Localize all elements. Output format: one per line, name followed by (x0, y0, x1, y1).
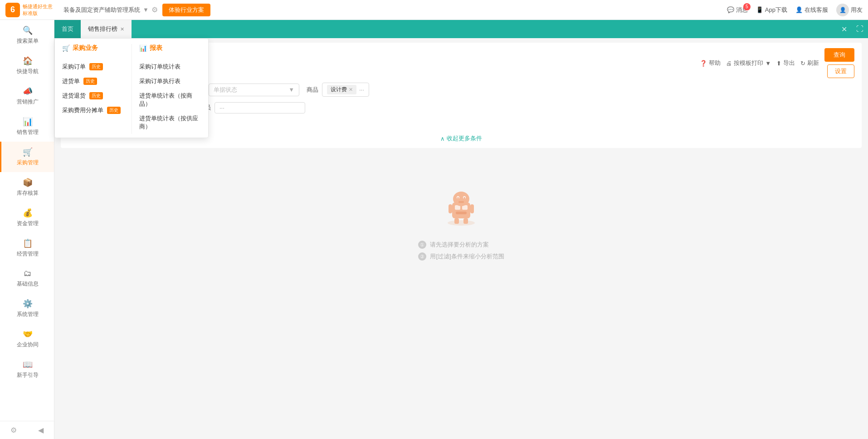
export-btn[interactable]: ⬆ 导出 (776, 59, 795, 67)
purchase-col-title: 🛒 采购业务 (62, 44, 124, 55)
sidebar-item-operations[interactable]: 📋 经营管理 (0, 233, 54, 263)
topbar-right: 💬 消息 5 📱 App下载 👤 在线客服 👤 用友 (727, 4, 863, 16)
clipboard-icon: 📋 (23, 238, 33, 248)
sidebar-item-sales[interactable]: 📊 销售管理 (0, 111, 54, 142)
doc-status-input[interactable]: 单据状态 ▼ (209, 84, 299, 96)
tabbar-expand-btn[interactable]: ⛶ (852, 25, 868, 33)
report-col-icon: 📊 (139, 44, 147, 52)
query-btn[interactable]: 查询 (824, 48, 854, 62)
logo-icon: 6 (5, 3, 20, 17)
dropdown-col-report: 📊 报表 采购订单统计表 采购订单执行表 进货单统计表（按商品） 进货单统计表（… (132, 44, 209, 134)
sidebar-item-search[interactable]: 🔍 搜索菜单 (0, 20, 54, 50)
doc-status-arrow[interactable]: ▼ (288, 86, 294, 93)
goods-filter: 商品 设计费 ✕ ··· (307, 83, 369, 97)
export-icon: ⬆ (776, 60, 781, 67)
sidebar-label-enterprise: 企业协同 (17, 341, 39, 349)
goods-dots[interactable]: ··· (359, 86, 364, 93)
industry-btn[interactable]: 体验行业方案 (162, 4, 210, 16)
logo-text: 畅捷通好生意 标准版 (23, 3, 53, 16)
report-col-title: 📊 报表 (139, 44, 201, 55)
sidebar-item-enterprise[interactable]: 🤝 企业协同 (0, 324, 54, 354)
online-service-label: 在线客服 (805, 6, 828, 14)
print-dropdown-icon[interactable]: ▼ (765, 60, 771, 67)
collapse-sidebar-icon[interactable]: ◀ (38, 426, 44, 434)
message-btn[interactable]: 💬 消息 5 (727, 6, 748, 14)
app-download-btn[interactable]: 📱 App下载 (756, 6, 787, 14)
sidebar-item-system[interactable]: ⚙️ 系统管理 (0, 293, 54, 324)
help-label: 帮助 (709, 59, 721, 67)
hint-num-1: ① (418, 241, 426, 249)
goods-tag-close[interactable]: ✕ (349, 87, 353, 93)
item-label: 进货单 (62, 77, 80, 85)
help-icon: ❓ (700, 60, 707, 67)
dropdown-item-goods-stat-by-supplier[interactable]: 进货单统计表（按供应商） (139, 111, 201, 134)
set-btn[interactable]: 设置 (827, 64, 854, 78)
help-btn[interactable]: ❓ 帮助 (700, 59, 721, 67)
salesperson-dots[interactable]: ··· (219, 104, 224, 111)
tab-sales-rank-label: 销售排行榜 (88, 25, 117, 33)
dropdown-item-goods-return[interactable]: 进货退货 历史 (62, 89, 124, 103)
sidebar-label-funds: 资金管理 (17, 220, 39, 227)
sidebar-label-inventory: 库存核算 (17, 189, 39, 197)
item-label: 进货退货 (62, 92, 86, 100)
hint-text-1: 请先选择要分析的方案 (430, 239, 489, 251)
sidebar-item-quick[interactable]: 🏠 快捷导航 (0, 50, 54, 81)
app-download-label: App下载 (765, 6, 787, 14)
search-icon: 🔍 (23, 25, 33, 35)
dropdown-col-purchase: 🛒 采购业务 采购订单 历史 进货单 历史 进货退货 历史 采购费用分摊单 历史 (55, 44, 132, 134)
hint-num-2: ② (418, 252, 426, 261)
item-label: 采购订单执行表 (139, 77, 180, 85)
title-dropdown-arrow[interactable]: ▼ (143, 6, 149, 13)
print-icon: 🖨 (726, 60, 732, 67)
history-tag-3: 历史 (107, 107, 121, 114)
purchase-col-icon: 🛒 (62, 44, 70, 52)
empty-state: ① 请先选择要分析的方案 ② 用[过滤]条件来缩小分析范围 (61, 184, 862, 262)
sidebar-item-guide[interactable]: 📖 新手引导 (0, 354, 54, 385)
dropdown-item-goods-stat-by-goods[interactable]: 进货单统计表（按商品） (139, 89, 201, 111)
settings-gear-icon[interactable]: ⚙ (151, 5, 158, 14)
dropdown-item-goods-in[interactable]: 进货单 历史 (62, 74, 124, 89)
dropdown-item-purchase-order-exec[interactable]: 采购订单执行表 (139, 74, 201, 89)
goods-input[interactable]: 设计费 ✕ ··· (322, 83, 369, 97)
handshake-icon: 🤝 (23, 329, 33, 339)
svg-point-0 (448, 220, 475, 226)
goods-tag: 设计费 ✕ (327, 85, 356, 94)
svg-rect-14 (458, 201, 464, 203)
sidebar-item-purchase[interactable]: 🛒 采购管理 (0, 142, 54, 172)
book-icon: 📖 (23, 360, 33, 370)
tabbar-close-btn[interactable]: ✕ (837, 25, 852, 34)
purchase-dropdown-menu: 🛒 采购业务 采购订单 历史 进货单 历史 进货退货 历史 采购费用分摊单 历史 (54, 38, 209, 138)
salesperson-input[interactable]: ··· (215, 102, 305, 113)
online-service-btn[interactable]: 👤 在线客服 (795, 6, 828, 14)
sidebar-item-funds[interactable]: 💰 资金管理 (0, 202, 54, 233)
svg-rect-7 (454, 218, 459, 224)
history-tag-2: 历史 (89, 92, 103, 99)
history-tag-1: 历史 (83, 78, 97, 85)
box-icon: 📦 (23, 178, 33, 187)
dropdown-item-purchase-order[interactable]: 采购订单 历史 (62, 59, 124, 74)
print-btn[interactable]: 🖨 按模板打印 ▼ (726, 59, 771, 67)
user-btn[interactable]: 👤 用友 (836, 4, 863, 16)
svg-point-9 (453, 192, 469, 206)
sidebar-item-inventory[interactable]: 📦 库存核算 (0, 172, 54, 202)
sidebar-label-marketing: 营销推广 (17, 98, 39, 106)
tab-sales-rank[interactable]: 销售排行榜 ✕ (81, 20, 132, 38)
tab-home-label: 首页 (62, 25, 73, 33)
sidebar-label-basic-info: 基础信息 (17, 280, 39, 288)
tab-close-icon[interactable]: ✕ (120, 26, 124, 32)
dropdown-item-purchase-fee[interactable]: 采购费用分摊单 历史 (62, 103, 124, 118)
sidebar-item-marketing[interactable]: 📣 营销推广 (0, 81, 54, 111)
tab-home[interactable]: 首页 (54, 20, 81, 38)
report-col-label: 报表 (150, 44, 162, 52)
dropdown-item-purchase-order-stat[interactable]: 采购订单统计表 (139, 59, 201, 74)
settings-bottom-icon[interactable]: ⚙ (10, 426, 17, 434)
money-icon: 💰 (23, 208, 33, 218)
system-title-area: 装备及固定资产辅助管理系统 ▼ ⚙ (63, 5, 158, 14)
home-icon: 🏠 (23, 56, 33, 66)
gear-icon: ⚙️ (23, 299, 33, 309)
sidebar-item-basic-info[interactable]: 🗂 基础信息 (0, 263, 54, 293)
item-label: 进货单统计表（按供应商） (139, 114, 201, 131)
refresh-btn[interactable]: ↻ 刷新 (800, 59, 819, 67)
query-actions: 查询 设置 (824, 48, 854, 78)
svg-point-12 (458, 197, 459, 199)
